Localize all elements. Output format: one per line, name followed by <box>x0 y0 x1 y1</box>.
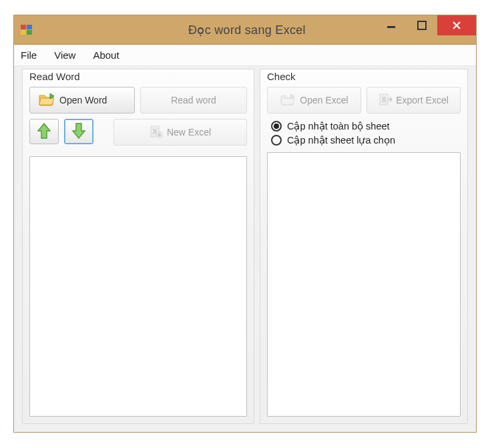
menu-about[interactable]: About <box>93 49 119 61</box>
read-word-group: Read Word Open Word Read word <box>22 69 254 424</box>
open-excel-button[interactable]: Open Excel <box>267 87 361 114</box>
menubar: File View About <box>14 45 476 66</box>
move-down-button[interactable] <box>64 119 93 144</box>
export-excel-label: Export Excel <box>396 95 449 105</box>
radio-update-selected-label: Cập nhật sheet lựa chọn <box>287 135 395 146</box>
maximize-button[interactable] <box>407 15 437 35</box>
open-excel-label: Open Excel <box>300 95 348 105</box>
minimize-button[interactable] <box>376 15 407 35</box>
read-word-button[interactable]: Read word <box>140 87 247 114</box>
window-controls <box>376 15 476 35</box>
excel-list[interactable] <box>267 152 461 417</box>
folder-open-icon <box>38 92 55 109</box>
new-excel-label: New Excel <box>167 127 211 138</box>
open-word-button[interactable]: Open Word <box>29 87 135 114</box>
svg-rect-4 <box>387 26 395 28</box>
read-word-label: Read word <box>171 95 216 105</box>
excel-new-icon: X <box>150 125 163 140</box>
close-button[interactable] <box>437 15 476 35</box>
radio-update-all-label: Cập nhật toàn bộ sheet <box>287 121 390 132</box>
new-excel-button[interactable]: X New Excel <box>113 119 247 146</box>
check-group: Check Open Excel <box>260 69 468 424</box>
menu-file[interactable]: File <box>21 49 37 61</box>
check-group-title: Check <box>267 71 296 82</box>
client-area: Read Word Open Word Read word <box>14 66 476 432</box>
radio-icon <box>271 121 282 132</box>
folder-open-icon <box>280 93 296 108</box>
read-word-group-title: Read Word <box>29 71 80 82</box>
move-up-button[interactable] <box>29 119 59 144</box>
titlebar: Đọc word sang Excel <box>14 15 476 45</box>
svg-text:X: X <box>382 96 387 103</box>
open-word-label: Open Word <box>59 95 107 105</box>
app-window: Đọc word sang Excel File View About Read… <box>13 15 477 433</box>
menu-view[interactable]: View <box>54 49 75 61</box>
radio-update-selected[interactable]: Cập nhật sheet lựa chọn <box>271 135 461 146</box>
word-list[interactable] <box>29 156 247 417</box>
arrow-down-icon <box>71 122 86 142</box>
export-excel-button[interactable]: X Export Excel <box>366 87 461 114</box>
excel-export-icon: X <box>379 93 392 108</box>
radio-update-all[interactable]: Cập nhật toàn bộ sheet <box>271 121 461 132</box>
svg-rect-5 <box>418 21 426 29</box>
arrow-up-icon <box>37 122 51 142</box>
radio-icon <box>271 135 282 146</box>
